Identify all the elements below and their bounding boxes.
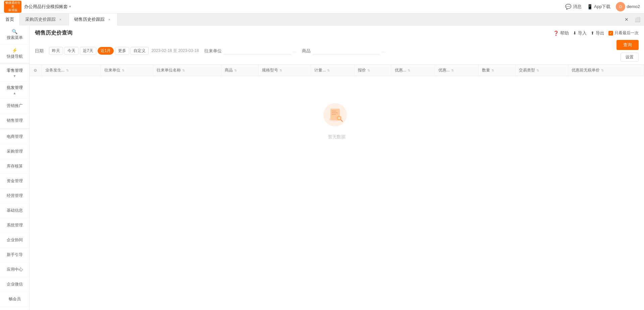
col-unit[interactable]: 计量...⇅ bbox=[311, 65, 355, 76]
help-label: 帮助 bbox=[560, 30, 569, 36]
col-partner-name[interactable]: 往来单位名称⇅ bbox=[153, 65, 221, 76]
app-selector[interactable]: 办公用品行业模拟账套 ▾ bbox=[24, 4, 71, 10]
date-btn-7days[interactable]: 近7天 bbox=[80, 47, 96, 55]
sidebar-item-basic[interactable]: 基础信息 bbox=[0, 203, 29, 218]
col-discount1[interactable]: 优惠...⇅ bbox=[391, 65, 435, 76]
sidebar-item-wholesale-label: 批发管理 bbox=[7, 85, 23, 91]
sidebar-item-guide-label: 新手引导 bbox=[7, 252, 23, 258]
empty-svg bbox=[326, 105, 344, 124]
tab-purchase[interactable]: 采购历史价跟踪 × bbox=[20, 13, 69, 25]
col-biz-date[interactable]: 业务发生...⇅ bbox=[42, 65, 101, 76]
gear-icon[interactable]: ⚙ bbox=[34, 68, 37, 73]
main-layout: 🔍 搜索菜单 ⚡ 快捷导航 零售管理 ▼ 批发管理 ▲ 营销推广 销售管理 电商… bbox=[0, 25, 644, 310]
query-button[interactable]: 查询 bbox=[616, 40, 639, 50]
sidebar-item-purchase[interactable]: 采购管理 bbox=[0, 144, 29, 159]
sort-icon-discount2: ⇅ bbox=[451, 68, 454, 72]
sort-icon-pretax-price: ⇅ bbox=[601, 68, 604, 72]
date-btn-yesterday[interactable]: 昨天 bbox=[49, 47, 63, 55]
col-spec[interactable]: 规格型号⇅ bbox=[258, 65, 311, 76]
sidebar-item-app-center[interactable]: 应用中心 bbox=[0, 262, 29, 277]
app-name: 办公用品行业模拟账套 bbox=[24, 4, 68, 10]
date-btn-1month[interactable]: 近1月 bbox=[98, 47, 114, 55]
tab-purchase-close[interactable]: × bbox=[58, 17, 63, 22]
sidebar-item-retail[interactable]: 零售管理 ▼ bbox=[0, 64, 29, 82]
sidebar-item-inventory-label: 库存核算 bbox=[7, 163, 23, 169]
content-area: 销售历史价查询 ❓ 帮助 ⬇ 导入 ⬆ 导出 bbox=[30, 25, 644, 310]
wholesale-arrow: ▲ bbox=[13, 91, 16, 95]
sidebar-item-guide[interactable]: 新手引导 bbox=[0, 248, 29, 262]
col-quote[interactable]: 报价⇅ bbox=[355, 65, 391, 76]
help-btn[interactable]: ❓ 帮助 bbox=[553, 30, 569, 36]
tab-action-close[interactable]: ✕ bbox=[623, 15, 631, 23]
logo[interactable]: 畅捷通好生意 标准版 bbox=[4, 1, 21, 13]
sidebar-item-quick[interactable]: ⚡ 快捷导航 bbox=[0, 44, 29, 63]
sidebar-item-sales-mgmt-label: 销售管理 bbox=[7, 118, 23, 123]
date-btn-custom[interactable]: 自定义 bbox=[130, 47, 149, 55]
sidebar-item-ecommerce[interactable]: 电商管理 bbox=[0, 130, 29, 144]
sidebar-item-wholesale[interactable]: 批发管理 ▲ bbox=[0, 82, 29, 99]
svg-rect-2 bbox=[332, 111, 336, 111]
empty-state: 暂无数据 bbox=[30, 76, 644, 167]
date-filter-buttons: 昨天 今天 近7天 近1月 更多 自定义 2023-02-18 至 2023-0… bbox=[49, 47, 199, 55]
col-trade-type[interactable]: 交易类型⇅ bbox=[515, 65, 568, 76]
tab-action-maximize[interactable]: ⬜ bbox=[633, 15, 641, 23]
user-menu[interactable]: D demo2 bbox=[616, 2, 640, 11]
sidebar-item-corp-collab[interactable]: 企业协同 bbox=[0, 233, 29, 248]
only-last-checkbox[interactable] bbox=[608, 31, 613, 36]
filter-row: 日期 昨天 今天 近7天 近1月 更多 自定义 2023-02-18 至 202… bbox=[35, 40, 639, 62]
sidebar-item-operations[interactable]: 经营管理 bbox=[0, 189, 29, 203]
col-discount2[interactable]: 优惠...⇅ bbox=[435, 65, 478, 76]
sidebar: 🔍 搜索菜单 ⚡ 快捷导航 零售管理 ▼ 批发管理 ▲ 营销推广 销售管理 电商… bbox=[0, 25, 30, 310]
col-qty[interactable]: 数量⇅ bbox=[478, 65, 515, 76]
page-actions: ❓ 帮助 ⬇ 导入 ⬆ 导出 只看最后一次 bbox=[553, 30, 639, 36]
partner-filter-label: 往来单位 bbox=[204, 48, 222, 54]
table-body: 暂无数据 bbox=[30, 76, 644, 167]
tab-sales[interactable]: 销售历史价跟踪 × bbox=[69, 13, 118, 25]
sidebar-item-system[interactable]: 系统管理 bbox=[0, 218, 29, 233]
import-label: 导入 bbox=[578, 30, 587, 36]
tab-home[interactable]: 首页 bbox=[0, 13, 20, 25]
sidebar-item-marketing-label: 营销推广 bbox=[7, 103, 23, 109]
settings-button[interactable]: 设置 bbox=[621, 53, 639, 62]
avatar: D bbox=[616, 2, 625, 11]
download-btn[interactable]: 📱 App下载 bbox=[587, 4, 610, 10]
sidebar-item-retail-label: 零售管理 bbox=[7, 68, 23, 73]
export-btn[interactable]: ⬆ 导出 bbox=[591, 30, 604, 36]
empty-text: 暂无数据 bbox=[328, 134, 345, 140]
import-btn[interactable]: ⬇ 导入 bbox=[573, 30, 587, 36]
col-pretax-price[interactable]: 优惠前无税单价⇅ bbox=[568, 65, 644, 76]
message-btn[interactable]: 💬 消息 bbox=[565, 4, 582, 10]
sidebar-item-app-center-label: 应用中心 bbox=[7, 267, 23, 272]
col-goods[interactable]: 商品⇅ bbox=[221, 65, 258, 76]
goods-filter-dots[interactable]: ... bbox=[382, 48, 385, 53]
sidebar-item-sales-mgmt[interactable]: 销售管理 bbox=[0, 113, 29, 128]
sidebar-item-quick-label: 快捷导航 bbox=[7, 54, 23, 59]
sidebar-item-member[interactable]: 畅会员 bbox=[0, 292, 29, 307]
table-header: ⚙ 业务发生...⇅ 往来单位⇅ 往来单位名称⇅ 商品⇅ bbox=[30, 65, 644, 76]
sidebar-item-marketing[interactable]: 营销推广 bbox=[0, 99, 29, 113]
page-title-row: 销售历史价查询 ❓ 帮助 ⬇ 导入 ⬆ 导出 bbox=[35, 30, 639, 37]
tab-sales-close[interactable]: × bbox=[107, 17, 112, 22]
sidebar-item-wechat[interactable]: 企业微信 bbox=[0, 277, 29, 292]
sidebar-item-ecommerce-label: 电商管理 bbox=[7, 134, 23, 140]
sidebar-item-purchase-label: 采购管理 bbox=[7, 149, 23, 154]
sidebar-item-system-label: 系统管理 bbox=[7, 222, 23, 228]
sidebar-item-inventory[interactable]: 库存核算 bbox=[0, 159, 29, 174]
search-icon: 🔍 bbox=[12, 29, 17, 34]
col-partner-code[interactable]: 往来单位⇅ bbox=[101, 65, 153, 76]
tab-purchase-label: 采购历史价跟踪 bbox=[25, 16, 56, 22]
partner-filter-dots[interactable]: ... bbox=[293, 48, 297, 53]
sort-icon-trade-type: ⇅ bbox=[536, 68, 539, 72]
partner-filter-field: 往来单位 ... bbox=[204, 48, 297, 54]
sidebar-item-operations-label: 经营管理 bbox=[7, 193, 23, 199]
partner-filter-input[interactable] bbox=[224, 48, 291, 54]
sidebar-item-search[interactable]: 🔍 搜索菜单 bbox=[0, 25, 29, 44]
sort-icon-unit: ⇅ bbox=[327, 68, 330, 72]
date-btn-more[interactable]: 更多 bbox=[115, 47, 129, 55]
date-btn-today[interactable]: 今天 bbox=[64, 47, 78, 55]
goods-filter-input[interactable] bbox=[313, 48, 380, 54]
message-icon: 💬 bbox=[565, 4, 572, 10]
only-last-checkbox-row[interactable]: 只看最后一次 bbox=[608, 30, 639, 36]
sidebar-item-finance[interactable]: 资金管理 bbox=[0, 174, 29, 189]
col-gear[interactable]: ⚙ bbox=[30, 65, 42, 76]
